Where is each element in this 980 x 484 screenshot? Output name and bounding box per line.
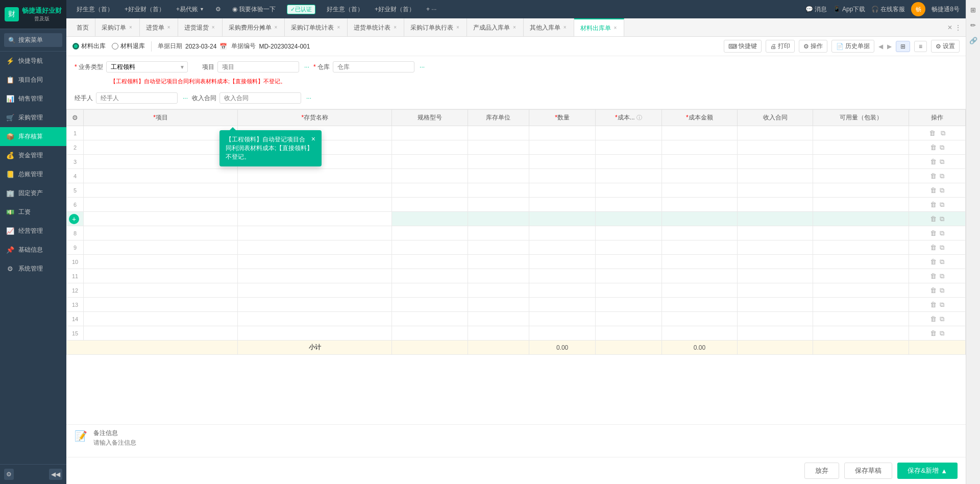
row-copy-button-5[interactable]: ⧉ <box>938 185 946 196</box>
radio-out-input[interactable] <box>72 43 79 50</box>
save-draft-button[interactable]: 保存草稿 <box>844 463 892 479</box>
inline-name-input[interactable] <box>238 214 391 224</box>
nav-prev-icon[interactable]: ◀ <box>878 43 883 50</box>
header-nav-hsy2[interactable]: 好生意（首） <box>323 3 368 16</box>
handler-input[interactable] <box>96 92 178 104</box>
tab-purchase-order[interactable]: 采购订单 × <box>95 18 140 36</box>
header-nav-hsy[interactable]: 好生意（首） <box>72 3 117 16</box>
row-delete-button-12[interactable]: 🗑 <box>928 285 938 295</box>
row-copy-button-15[interactable]: ⧉ <box>938 328 946 338</box>
sidebar-item-nav[interactable]: ⚡ 快捷导航 <box>0 52 66 70</box>
tab-material-out[interactable]: 材料出库单 × <box>574 18 625 36</box>
print-button[interactable]: 🖨 打印 <box>766 40 795 53</box>
shortcut-button[interactable]: ⌨ 快捷键 <box>724 40 762 53</box>
tab-close-purchase-order[interactable]: × <box>128 25 133 31</box>
cell-project-1[interactable] <box>84 126 238 140</box>
tab-close-incoming[interactable]: × <box>166 25 172 31</box>
right-panel-button-2[interactable]: ✏ <box>968 19 979 31</box>
row-delete-button-8[interactable]: 🗑 <box>928 228 938 238</box>
income-contract-input[interactable] <box>219 92 301 104</box>
grid-view-button[interactable]: ⊞ <box>896 41 910 52</box>
handler-dots-icon[interactable]: ··· <box>183 94 188 102</box>
tab-incoming-return[interactable]: 进货退货 × <box>178 18 223 36</box>
row-copy-button-8[interactable]: ⧉ <box>938 228 946 238</box>
row-delete-button-3[interactable]: 🗑 <box>928 157 938 166</box>
row-copy-button-10[interactable]: ⧉ <box>938 257 946 267</box>
cell-cost-amount-1[interactable] <box>662 126 737 140</box>
cell-cost-1[interactable] <box>596 126 662 140</box>
sidebar-item-salary[interactable]: 💵 工资 <box>0 203 66 222</box>
row-delete-button-11[interactable]: 🗑 <box>928 271 938 281</box>
project-dots-icon[interactable]: ··· <box>304 63 309 70</box>
search-menu-button[interactable]: 🔍 搜索菜单 <box>4 33 62 47</box>
tooltip-close-button[interactable]: × <box>311 135 315 142</box>
warehouse-dots-icon[interactable]: ··· <box>420 63 425 70</box>
input-cell-name[interactable] <box>238 212 392 226</box>
row-copy-button-2[interactable]: ⧉ <box>938 142 946 153</box>
input-cell-project[interactable] <box>84 212 238 226</box>
sidebar-item-inventory[interactable]: 📦 库存核算 <box>0 127 66 146</box>
row-delete-button-5[interactable]: 🗑 <box>928 185 938 195</box>
row-copy-button-4[interactable]: ⧉ <box>938 171 946 181</box>
tab-close-finished-in[interactable]: × <box>512 25 517 31</box>
tab-close-purchase-stat[interactable]: × <box>336 25 341 31</box>
user-avatar[interactable]: 畅 <box>911 2 925 16</box>
cell-contract-1[interactable] <box>738 126 813 140</box>
sidebar-item-system[interactable]: ⚙ 系统管理 <box>0 259 66 278</box>
right-panel-button-3[interactable]: 🔗 <box>968 35 979 46</box>
tab-incoming[interactable]: 进货单 × <box>140 18 178 36</box>
discard-button[interactable]: 放弃 <box>804 463 839 479</box>
tab-finished-in[interactable]: 产成品入库单 × <box>467 18 524 36</box>
warehouse-input[interactable] <box>333 61 414 72</box>
sidebar-item-ledger[interactable]: 📒 总账管理 <box>0 165 66 184</box>
tab-close-all-icon[interactable]: ✕ <box>947 24 952 31</box>
operation-button[interactable]: ⚙ 操作 <box>799 40 827 53</box>
row-delete-button-6[interactable]: 🗑 <box>928 200 938 209</box>
calendar-icon[interactable]: 📅 <box>219 43 227 50</box>
tab-close-incoming-return[interactable]: × <box>211 25 216 31</box>
header-nav-more[interactable]: + ··· <box>422 3 440 16</box>
row-copy-button-1[interactable]: ⧉ <box>939 128 947 138</box>
sidebar-item-finance[interactable]: 💰 资金管理 <box>0 146 66 165</box>
save-new-button[interactable]: 保存&新增 ▲ <box>897 463 958 479</box>
header-appdownload-button[interactable]: 📱 App下载 <box>833 5 865 14</box>
sidebar-item-basic[interactable]: 📌 基础信息 <box>0 240 66 259</box>
project-input[interactable] <box>217 61 299 72</box>
add-row-button[interactable]: + <box>69 214 79 224</box>
header-nav-hyc[interactable]: +好业财（首） <box>120 3 169 16</box>
row-copy-button-9[interactable]: ⧉ <box>938 243 946 253</box>
row-copy-button-13[interactable]: ⧉ <box>938 300 946 310</box>
radio-material-out[interactable]: 材料出库 <box>72 42 106 51</box>
tab-close-incoming-stat[interactable]: × <box>393 25 398 31</box>
radio-return-input[interactable] <box>112 43 118 50</box>
header-nav-hyc2[interactable]: +好业财（首） <box>371 3 419 16</box>
sidebar-item-assets[interactable]: 🏢 固定资产 <box>0 184 66 203</box>
notes-textarea[interactable] <box>93 439 502 453</box>
header-service-button[interactable]: 🎧 在线客服 <box>871 5 905 14</box>
row-delete-button-15[interactable]: 🗑 <box>928 328 938 338</box>
table-settings-button[interactable]: ⚙ <box>71 113 79 123</box>
row-delete-button-7[interactable]: 🗑 <box>928 214 938 224</box>
tab-other-in[interactable]: 其他入库单 × <box>524 18 574 36</box>
tab-close-other-in[interactable]: × <box>562 25 568 31</box>
tab-purchase-exec[interactable]: 采购订单执行表 × <box>404 18 467 36</box>
row-copy-button-12[interactable]: ⧉ <box>938 285 946 296</box>
row-copy-button-14[interactable]: ⧉ <box>938 314 946 324</box>
tab-close-purchase-exec[interactable]: × <box>455 25 460 31</box>
row-delete-button-4[interactable]: 🗑 <box>928 171 938 181</box>
tab-close-purchase-fee[interactable]: × <box>274 25 279 31</box>
header-message-button[interactable]: 💬 消息 <box>805 5 827 14</box>
header-nav-trial[interactable]: ◉ 我要体验一下 <box>228 3 280 16</box>
tab-purchase-stat[interactable]: 采购订单统计表 × <box>285 18 348 36</box>
tab-menu-icon[interactable]: ⋮ <box>954 23 962 32</box>
cell-spec-1[interactable] <box>392 126 468 140</box>
row-delete-button-10[interactable]: 🗑 <box>928 257 938 267</box>
tab-purchase-fee[interactable]: 采购费用分摊单 × <box>223 18 285 36</box>
row-delete-button-9[interactable]: 🗑 <box>928 243 938 252</box>
cost-info-icon[interactable]: ⓘ <box>636 114 642 120</box>
sidebar-item-contract[interactable]: 📋 项目合同 <box>0 70 66 89</box>
settings-page-button[interactable]: ⚙ 设置 <box>931 40 960 53</box>
business-type-select[interactable]: 工程领料 直接领料 <box>106 61 188 72</box>
row-copy-button-11[interactable]: ⧉ <box>938 271 946 281</box>
row-delete-button-14[interactable]: 🗑 <box>928 314 938 324</box>
